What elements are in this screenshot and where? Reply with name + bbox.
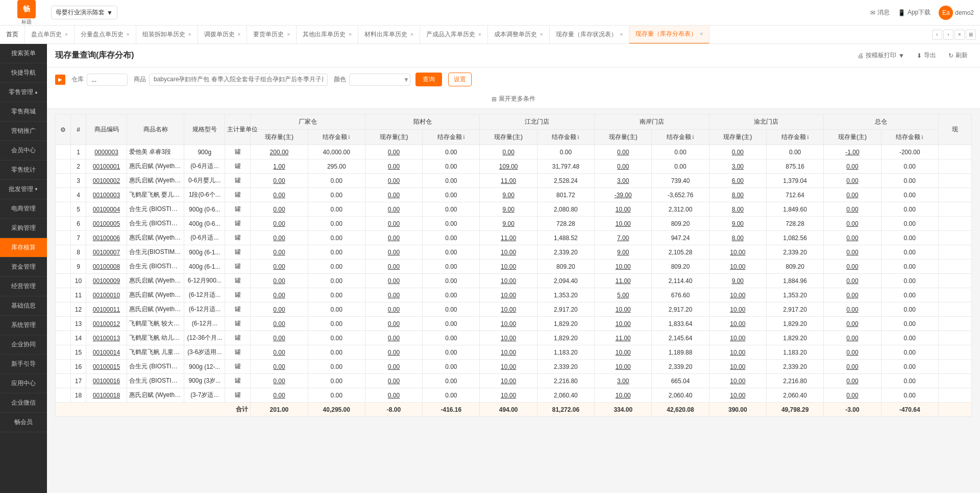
row-yb-qty[interactable]: 8.00 <box>709 231 766 245</box>
row-total-qty[interactable]: 0.00 <box>824 260 881 274</box>
row-total-qty[interactable]: 0.00 <box>824 174 881 188</box>
close-icon[interactable]: × <box>540 32 543 37</box>
row-na-qty[interactable]: 10.00 <box>595 345 652 360</box>
row-mc-qty[interactable]: 0.00 <box>365 288 422 302</box>
row-fc-qty[interactable]: 0.00 <box>251 302 308 317</box>
row-yb-qty[interactable]: 10.00 <box>709 302 766 317</box>
row-fc-qty[interactable]: 0.00 <box>251 217 308 231</box>
row-yb-qty[interactable]: 6.00 <box>709 174 766 188</box>
row-jb-qty[interactable]: 10.00 <box>480 360 537 374</box>
row-total-qty[interactable]: 0.00 <box>824 360 881 374</box>
tab-cost-adjust[interactable]: 成本调整单历史 × <box>488 26 550 44</box>
tab-prev-button[interactable]: ‹ <box>932 30 942 40</box>
sidebar-item-wechat[interactable]: 企业微信 <box>0 393 47 413</box>
row-jb-qty[interactable]: 9.00 <box>480 217 537 231</box>
row-yb-qty[interactable]: 10.00 <box>709 245 766 260</box>
row-jb-qty[interactable]: 109.00 <box>480 159 537 174</box>
row-na-qty[interactable]: 10.00 <box>595 202 652 217</box>
refresh-button[interactable]: ↻ 刷新 <box>944 49 972 62</box>
row-na-qty[interactable]: 11.00 <box>595 274 652 288</box>
row-jb-qty[interactable]: 9.00 <box>480 188 537 202</box>
row-na-qty[interactable]: -39.00 <box>595 188 652 202</box>
close-icon[interactable]: × <box>65 32 68 37</box>
row-yb-qty[interactable]: 9.00 <box>709 217 766 231</box>
tab-stock-status[interactable]: 现存量（库存状况表） × <box>550 26 630 44</box>
row-code[interactable]: 00100010 <box>86 288 127 302</box>
message-button[interactable]: ✉ 消息 <box>870 8 890 17</box>
tab-product-in[interactable]: 产成品入库单历史 × <box>420 26 488 44</box>
row-na-qty[interactable]: 10.00 <box>595 388 652 403</box>
user-area[interactable]: Ea demo2 <box>939 6 974 20</box>
industry-selector[interactable]: 母婴行业演示陈套 ▼ <box>51 6 117 19</box>
row-code[interactable]: 00100015 <box>86 360 127 374</box>
row-total-qty[interactable]: 0.00 <box>824 188 881 202</box>
row-yb-qty[interactable]: 10.00 <box>709 374 766 388</box>
row-mc-qty[interactable]: 0.00 <box>365 374 422 388</box>
sidebar-item-stock-check[interactable]: 库存核算 <box>0 238 47 257</box>
row-jb-qty[interactable]: 10.00 <box>480 388 537 403</box>
tab-combine[interactable]: 组装拆卸单历史 × <box>136 26 198 44</box>
sidebar-item-operations[interactable]: 经营管理 <box>0 277 47 296</box>
close-icon[interactable]: × <box>700 31 703 37</box>
row-code[interactable]: 00100001 <box>86 159 127 174</box>
row-mc-qty[interactable]: 0.00 <box>365 245 422 260</box>
row-jb-qty[interactable]: 10.00 <box>480 288 537 302</box>
row-code[interactable]: 00100009 <box>86 274 127 288</box>
tab-point-single[interactable]: 盘点单历史 × <box>25 26 75 44</box>
close-icon[interactable]: × <box>127 32 130 37</box>
row-na-qty[interactable]: 5.00 <box>595 288 652 302</box>
row-jb-qty[interactable]: 10.00 <box>480 260 537 274</box>
tab-expand-button[interactable]: ⊞ <box>966 30 976 40</box>
row-mc-qty[interactable]: 0.00 <box>365 174 422 188</box>
sidebar-item-quicknav[interactable]: 快捷导航 <box>0 63 47 83</box>
row-yb-qty[interactable]: 3.00 <box>709 159 766 174</box>
row-na-qty[interactable]: 7.00 <box>595 231 652 245</box>
row-fc-qty[interactable]: 0.00 <box>251 188 308 202</box>
row-total-qty[interactable]: 0.00 <box>824 245 881 260</box>
row-total-qty[interactable]: 0.00 <box>824 217 881 231</box>
row-yb-qty[interactable]: 10.00 <box>709 288 766 302</box>
close-icon[interactable]: × <box>410 32 413 37</box>
sidebar-item-marketing[interactable]: 营销推广 <box>0 122 47 141</box>
row-jb-qty[interactable]: 10.00 <box>480 331 537 345</box>
row-code[interactable]: 00100006 <box>86 231 127 245</box>
row-yb-qty[interactable]: 8.00 <box>709 188 766 202</box>
tab-home[interactable]: 首页 <box>0 26 25 44</box>
warehouse-input[interactable] <box>87 74 128 86</box>
close-icon[interactable]: × <box>287 32 290 37</box>
row-fc-qty[interactable]: 0.00 <box>251 388 308 403</box>
row-fc-qty[interactable]: 0.00 <box>251 317 308 331</box>
tab-req[interactable]: 要货单历史 × <box>247 26 297 44</box>
row-total-qty[interactable]: 0.00 <box>824 231 881 245</box>
print-button[interactable]: 🖨 按模板打印 ▼ <box>853 49 909 62</box>
sidebar-item-member[interactable]: 会员中心 <box>0 141 47 160</box>
row-mc-qty[interactable]: 0.00 <box>365 159 422 174</box>
sidebar-item-finance[interactable]: 资金管理 <box>0 257 47 277</box>
row-code[interactable]: 00100016 <box>86 374 127 388</box>
row-jb-qty[interactable]: 11.00 <box>480 231 537 245</box>
row-total-qty[interactable]: 0.00 <box>824 374 881 388</box>
tab-transfer[interactable]: 调拨单历史 × <box>198 26 248 44</box>
row-na-qty[interactable]: 11.00 <box>595 331 652 345</box>
row-code[interactable]: 00100011 <box>86 302 127 317</box>
sidebar-item-retail[interactable]: 零售管理 ▲ <box>0 83 47 102</box>
row-total-qty[interactable]: 0.00 <box>824 317 881 331</box>
row-mc-qty[interactable]: 0.00 <box>365 345 422 360</box>
row-code[interactable]: 00100014 <box>86 345 127 360</box>
row-jb-qty[interactable]: 0.00 <box>480 145 537 159</box>
row-yb-qty[interactable]: 10.00 <box>709 360 766 374</box>
row-na-qty[interactable]: 3.00 <box>595 174 652 188</box>
row-mc-qty[interactable]: 0.00 <box>365 388 422 403</box>
tab-other-out[interactable]: 其他出库单历史 × <box>297 26 358 44</box>
sidebar-item-wholesale[interactable]: 批发管理 ▼ <box>0 180 47 199</box>
close-icon[interactable]: × <box>238 32 241 37</box>
sidebar-item-retail-mall[interactable]: 零售商城 <box>0 102 47 122</box>
row-code[interactable]: 00100012 <box>86 317 127 331</box>
close-icon[interactable]: × <box>349 32 352 37</box>
row-mc-qty[interactable]: 0.00 <box>365 360 422 374</box>
row-na-qty[interactable]: 10.00 <box>595 302 652 317</box>
row-na-qty[interactable]: 0.00 <box>595 159 652 174</box>
row-code[interactable]: 0000003 <box>86 145 127 159</box>
row-fc-qty[interactable]: 0.00 <box>251 174 308 188</box>
expand-filter-button[interactable]: ⊞ 展开更多条件 <box>492 95 535 103</box>
